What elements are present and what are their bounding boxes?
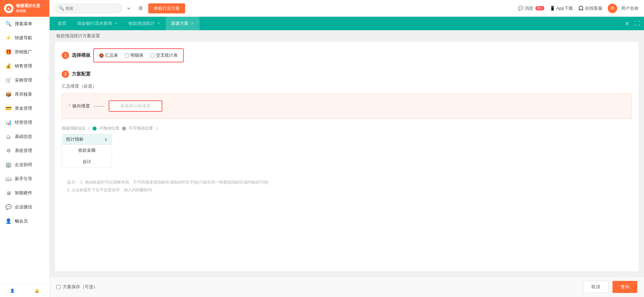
user-name: 用户名称 — [621, 5, 639, 11]
non-draggable-dot — [122, 127, 126, 131]
sidebar-item-system[interactable]: ⚙ 系统管理 — [0, 144, 49, 158]
non-draggable-label: 不可拖动位置 — [129, 126, 153, 131]
bottom-icon2: 🔔 — [35, 289, 39, 293]
dimension-select-box[interactable]: 请选择分组维度 — [109, 100, 162, 112]
sidebar-item-marketing[interactable]: 🎁 营销推广 — [0, 45, 49, 59]
sidebar-item-label: 畅会员 — [15, 218, 28, 224]
sidebar-item-label: 营销推广 — [15, 49, 32, 55]
tab-home-label: 首页 — [58, 20, 66, 27]
sidebar-logo: B 畅捷通好生意 标准版 — [0, 0, 49, 17]
download-icon: 📱 — [550, 6, 555, 11]
guide-icon: 📖 — [5, 176, 11, 182]
sidebar-bottom-item2[interactable]: 🔔 — [33, 287, 41, 294]
sidebar-item-purchase[interactable]: 🛒 采购管理 — [0, 73, 49, 87]
dimension-row: * 纵向维度 —— 请选择分组维度 — [69, 100, 625, 112]
sidebar-item-label: 快捷导航 — [15, 35, 32, 41]
sidebar-bottom-item1[interactable]: 👤 — [9, 287, 16, 294]
edition-label: 标准版 — [16, 9, 40, 13]
query-button[interactable]: 查询 — [612, 281, 637, 293]
logo-icon: B — [4, 4, 13, 13]
template-radio-detail[interactable] — [125, 53, 129, 58]
quick-nav-icon: ⚡ — [5, 35, 11, 41]
finance-icon: 💳 — [5, 105, 11, 111]
metrics-dropdown-arrow[interactable]: ∨ — [104, 137, 108, 142]
search-input[interactable] — [65, 6, 118, 11]
sidebar-item-operations[interactable]: 📊 经营管理 — [0, 115, 49, 130]
template-summary-label: 汇总表 — [105, 52, 118, 58]
metrics-table-header[interactable]: 统计指标 ∨ — [62, 134, 112, 145]
tab-collection-close[interactable]: × — [157, 20, 160, 27]
service-item[interactable]: 🎧 在线客服 — [578, 5, 602, 11]
template-radio-summary[interactable] — [99, 53, 104, 58]
service-label: 在线客服 — [585, 5, 602, 11]
user-avatar[interactable]: 用 用户名称 — [608, 4, 639, 13]
sidebar-item-inventory[interactable]: 📦 库存核算 — [0, 87, 49, 101]
metrics-cell-total: 合计 — [62, 156, 112, 167]
step1-header: 1 选择模板 汇总表 明细表 交叉统计表 — [62, 48, 632, 62]
sidebar-item-enterprise-collab[interactable]: 🏢 企业协同 — [0, 158, 49, 172]
sidebar-bottom: 👤 🔔 — [0, 284, 49, 297]
template-select-box: 汇总表 明细表 交叉统计表 — [93, 48, 184, 62]
download-item[interactable]: 📱 App下载 — [550, 5, 573, 11]
sidebar-item-finance[interactable]: 💳 资金管理 — [0, 101, 49, 115]
tab-new-plan-label: 新建方案 — [171, 20, 189, 27]
sidebar-item-basic-info[interactable]: 🗂 基础信息 — [0, 130, 49, 144]
tab-collection[interactable]: 收款情况统计 × — [123, 17, 166, 30]
enterprise-wechat-icon: 💬 — [5, 204, 11, 210]
tab-cashflow-close[interactable]: × — [114, 20, 118, 27]
tab-new-plan-close[interactable]: × — [191, 20, 194, 27]
template-option-summary[interactable]: 汇总表 — [99, 52, 118, 58]
template-option-detail[interactable]: 明细表 — [125, 52, 144, 58]
avatar: 用 — [608, 4, 617, 13]
dimension-section-title: 汇总维度（必选） — [62, 83, 632, 89]
search-icon: 🔍 — [59, 6, 64, 11]
download-label: App下载 — [556, 5, 573, 11]
draggable-hint: 模板指标设定（ 可拖动位置 不可拖动位置 ） — [62, 126, 632, 131]
dimension-label: * 纵向维度 — [69, 103, 90, 109]
sidebar-item-label: 企业协同 — [15, 162, 32, 168]
template-option-cross[interactable]: 交叉统计表 — [150, 52, 178, 58]
logo-text: 畅捷通好生意 — [16, 3, 40, 9]
sidebar-item-sales[interactable]: 💰 销售管理 — [0, 59, 49, 73]
tab-bar-right: ✕ ⛶ — [624, 19, 641, 28]
template-cross-label: 交叉统计表 — [156, 52, 178, 58]
sidebar-item-search[interactable]: 🔍 搜索菜单 — [0, 17, 49, 31]
tab-fullscreen-icon[interactable]: ⛶ — [633, 19, 641, 28]
search-nav-icon: 🔍 — [5, 21, 11, 27]
sidebar-item-member[interactable]: 👤 畅会员 — [0, 214, 49, 228]
tab-close-all-icon[interactable]: ✕ — [624, 19, 631, 28]
cancel-button[interactable]: 取消 — [583, 281, 608, 293]
sidebar-item-label: 库存核算 — [15, 91, 32, 97]
sidebar-item-label: 采购管理 — [15, 77, 32, 83]
industry-btn[interactable]: 体验行业方案 — [148, 3, 185, 13]
save-checkbox-input[interactable] — [56, 285, 61, 289]
header-search-box[interactable]: 🔍 — [55, 4, 122, 13]
sidebar-item-smart-hw[interactable]: 🖥 智能硬件 — [0, 186, 49, 200]
save-checkbox[interactable]: 方案保存（可选） — [56, 284, 98, 290]
step2-num: 2 — [62, 70, 69, 78]
bottom-buttons: 取消 查询 — [583, 281, 637, 293]
sidebar-item-guide[interactable]: 📖 新手引导 — [0, 172, 49, 186]
bottom-section: 方案保存（可选） 取消 查询 — [50, 277, 644, 297]
tab-cashflow[interactable]: 现金银行流水查询 × — [72, 17, 123, 30]
template-detail-label: 明细表 — [130, 52, 144, 58]
tab-new-plan[interactable]: 新建方案 × — [166, 17, 200, 30]
operations-icon: 📊 — [5, 119, 11, 126]
tab-collection-label: 收款情况统计 — [128, 20, 155, 27]
member-icon: 👤 — [5, 218, 11, 224]
required-star: * — [69, 103, 70, 108]
close-paren: ） — [156, 126, 160, 131]
header-settings-btn[interactable]: ⚙ — [136, 3, 146, 13]
header-dropdown-btn[interactable] — [125, 4, 133, 12]
marketing-icon: 🎁 — [5, 49, 11, 55]
dimension-area: * 纵向维度 —— 请选择分组维度 — [62, 93, 632, 119]
sidebar-item-label: 新手引导 — [15, 176, 32, 182]
sidebar-item-quick-nav[interactable]: ⚡ 快捷导航 — [0, 31, 49, 45]
message-item[interactable]: 💬 消息 99+ — [518, 5, 544, 11]
sidebar-item-enterprise-wechat[interactable]: 💬 企业微信 — [0, 200, 49, 214]
tab-home[interactable]: 首页 — [52, 17, 72, 30]
dimension-arrow: —— — [94, 103, 105, 109]
template-radio-cross[interactable] — [150, 53, 155, 58]
sidebar-item-label: 系统管理 — [15, 148, 32, 154]
main-area: 🔍 ⚙ 体验行业方案 💬 消息 99+ 📱 App下载 🎧 在线客服 用 — [50, 0, 644, 297]
